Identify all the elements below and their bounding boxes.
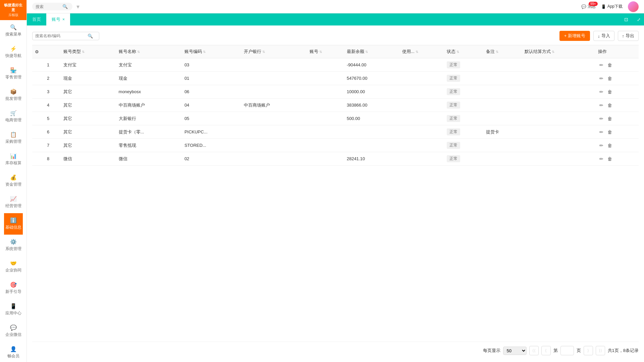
edit-button-6[interactable]: ✏: [598, 142, 605, 149]
sidebar-label-app_center: 应用中心: [5, 310, 21, 316]
th-type[interactable]: 账号类型⇅: [61, 45, 116, 58]
page-prev-button[interactable]: ⟨: [541, 346, 551, 355]
sidebar-item-guide[interactable]: 🎯新手引导: [4, 278, 23, 299]
per-page-select[interactable]: 50 10 20 100: [503, 347, 527, 355]
sidebar-item-quick[interactable]: ⚡快捷导航: [4, 42, 23, 63]
sidebar-item-ecommerce[interactable]: 🛒电商管理: [4, 106, 23, 127]
sidebar-item-member[interactable]: 👤畅会员: [4, 342, 23, 362]
table-search-input[interactable]: [35, 34, 86, 38]
account-table: ⚙ 账号类型⇅ 账号名称⇅ 账号编码⇅ 开户银行⇅ 账号⇅ 最新余额⇅ 使用..…: [32, 45, 639, 166]
import-button[interactable]: ↓ 导入: [593, 31, 614, 41]
export-icon: ↑: [622, 34, 625, 39]
add-account-button[interactable]: + 新增账号: [559, 31, 590, 41]
app-download-button[interactable]: 📱 App下载: [601, 4, 623, 9]
td-note-3: [483, 99, 522, 112]
td-settlement-5: [522, 125, 595, 139]
th-usage[interactable]: 使用...⇅: [399, 45, 444, 58]
sidebar-item-agreement[interactable]: 🤝企业协同: [4, 256, 23, 278]
tab-account[interactable]: 账号 ×: [46, 13, 70, 25]
tab-home[interactable]: 首页: [27, 13, 46, 25]
td-settlement-4: [522, 112, 595, 125]
edit-button-2[interactable]: ✏: [598, 88, 605, 95]
notification-icon: 💬: [581, 4, 586, 9]
delete-button-6[interactable]: 🗑: [606, 142, 613, 149]
th-index: [44, 45, 61, 58]
td-type-4: 其它: [61, 112, 116, 125]
page-next-button[interactable]: ⟩: [584, 346, 593, 355]
per-page-label: 每页显示: [483, 348, 500, 354]
sidebar-item-search[interactable]: 🔍搜索菜单: [4, 20, 23, 42]
sidebar-item-inventory[interactable]: 📊库存核算: [4, 149, 23, 170]
edit-button-4[interactable]: ✏: [598, 115, 605, 122]
td-type-0: 支付宝: [61, 58, 116, 72]
delete-button-5[interactable]: 🗑: [606, 129, 613, 135]
td-note-1: [483, 72, 522, 85]
td-usage-7: [399, 152, 444, 166]
topbar-search[interactable]: 🔍: [32, 3, 72, 10]
settings-icon: ⚙: [35, 49, 39, 54]
topbar-search-input[interactable]: [36, 4, 62, 9]
tab-close-icon[interactable]: ×: [62, 17, 65, 21]
page-unit: 页: [577, 348, 581, 354]
sidebar-label-system: 系统管理: [5, 246, 21, 252]
sidebar-icon-app_center: 📱: [10, 303, 17, 309]
th-account[interactable]: 账号⇅: [307, 45, 344, 58]
sidebar-icon-operation: 📈: [10, 196, 17, 202]
td-balance-0: -90444.00: [344, 58, 399, 72]
delete-button-3[interactable]: 🗑: [606, 102, 613, 109]
sidebar-item-purchase[interactable]: 📋采购管理: [4, 127, 23, 149]
sidebar-item-basic[interactable]: ℹ️基础信息: [4, 213, 23, 235]
th-name[interactable]: 账号名称⇅: [116, 45, 182, 58]
tab-fullscreen-icon[interactable]: ⤢: [634, 17, 644, 22]
notification-button[interactable]: 💬 消息 99+: [581, 4, 596, 9]
th-code[interactable]: 账号编码⇅: [182, 45, 241, 58]
table-row: 6 其它 提货卡（零... PICKUPC... 正常 提货卡 ✏ 🗑: [32, 125, 639, 139]
import-label: 导入: [601, 33, 610, 39]
td-name-4: 大新银行: [116, 112, 182, 125]
sidebar-item-retail[interactable]: 🏪零售管理: [4, 63, 23, 84]
delete-button-7[interactable]: 🗑: [606, 156, 613, 162]
page-last-button[interactable]: ⟩⟩: [596, 346, 605, 355]
sidebar-item-finance[interactable]: 💰资金管理: [4, 170, 23, 192]
delete-button-2[interactable]: 🗑: [606, 88, 613, 95]
tab-expand-icon[interactable]: ⊡: [620, 17, 632, 22]
table-search-wrap[interactable]: 🔍: [32, 32, 99, 40]
td-balance-2: 10000.00: [344, 85, 399, 99]
edit-button-0[interactable]: ✏: [598, 62, 605, 68]
th-balance[interactable]: 最新余额⇅: [344, 45, 399, 58]
td-usage-2: [399, 85, 444, 99]
table-row: 2 现金 现金 01 547670.00 正常 ✏ 🗑: [32, 72, 639, 85]
table-row: 1 支付宝 支付宝 03 -90444.00 正常 ✏ 🗑: [32, 58, 639, 72]
sidebar-label-quick: 快捷导航: [5, 53, 21, 59]
delete-button-0[interactable]: 🗑: [606, 62, 613, 68]
topbar-search-icon: 🔍: [62, 4, 68, 9]
td-name-6: 零售抵现: [116, 139, 182, 152]
delete-button-1[interactable]: 🗑: [606, 75, 613, 82]
sidebar-item-operation[interactable]: 📈经营管理: [4, 192, 23, 213]
edit-button-7[interactable]: ✏: [598, 156, 605, 162]
main-area: 🔍 ▾ 💬 消息 99+ 📱 App下载 首页 账号 × ⊡ ⤢: [27, 0, 644, 362]
sidebar-item-system[interactable]: ⚙️系统管理: [4, 235, 23, 256]
th-settings[interactable]: ⚙: [32, 45, 44, 58]
edit-button-5[interactable]: ✏: [598, 129, 605, 135]
export-button[interactable]: ↑ 导出: [618, 31, 639, 41]
user-avatar[interactable]: [628, 1, 639, 12]
page-first-button[interactable]: ⟨⟨: [529, 346, 539, 355]
td-note-0: [483, 58, 522, 72]
content-toolbar: 🔍 + 新增账号 ↓ 导入 ↑ 导出: [32, 31, 639, 41]
page-input[interactable]: 1: [560, 346, 574, 355]
sidebar-item-wechat[interactable]: 💬企业微信: [4, 320, 23, 342]
td-code-1: 01: [182, 72, 241, 85]
sidebar-item-wholesale[interactable]: 📦批发管理: [4, 84, 23, 106]
delete-button-4[interactable]: 🗑: [606, 115, 613, 122]
edit-button-1[interactable]: ✏: [598, 75, 605, 82]
topbar-dropdown-icon[interactable]: ▾: [76, 3, 79, 10]
th-bank[interactable]: 开户银行⇅: [241, 45, 307, 58]
th-settlement[interactable]: 默认结算方式⇅: [522, 45, 595, 58]
sidebar-item-app_center[interactable]: 📱应用中心: [4, 299, 23, 320]
th-note[interactable]: 备注⇅: [483, 45, 522, 58]
td-settings-0: [32, 58, 44, 72]
edit-button-3[interactable]: ✏: [598, 102, 605, 109]
th-status[interactable]: 状态⇅: [444, 45, 483, 58]
tab-account-label: 账号: [52, 16, 60, 22]
